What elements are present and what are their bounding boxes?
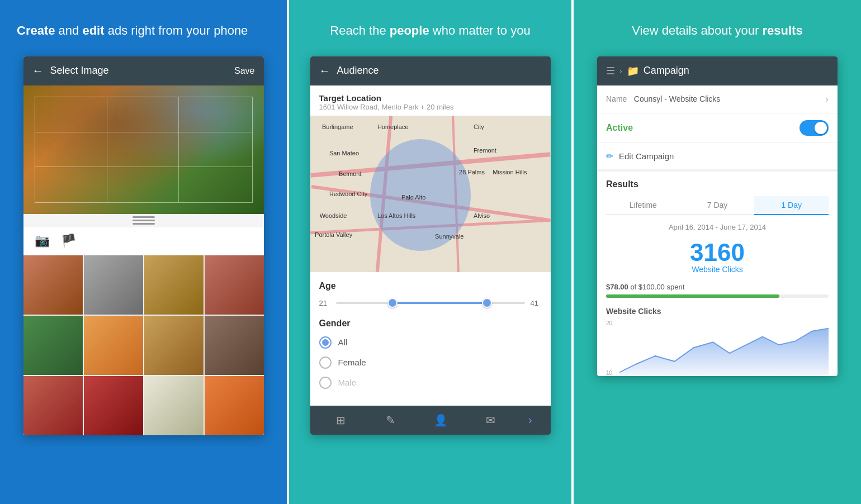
screen1-header: ← Select Image Save — [23, 56, 264, 85]
budget-row: $78.00 of $100.00 spent — [597, 283, 838, 298]
tab-lifetime[interactable]: Lifetime — [606, 196, 680, 215]
age-min-value: 21 — [319, 299, 330, 307]
panel3-headline: View details about your results — [590, 22, 844, 40]
list-item[interactable] — [23, 376, 83, 435]
list-item[interactable] — [205, 255, 264, 315]
radio-all-inner — [322, 339, 329, 346]
active-toggle[interactable] — [800, 120, 829, 136]
gender-option-all[interactable]: All — [319, 336, 542, 349]
chart-y-labels: 20 10 — [606, 320, 619, 376]
folder-icon: 📁 — [627, 65, 639, 77]
map-area[interactable]: Burlingame Homeplace San Mateo Belmont R… — [310, 116, 551, 272]
chart-y-label-bottom: 10 — [606, 370, 619, 376]
gender-male-label: Male — [338, 378, 357, 387]
map-label: Fremont — [474, 147, 496, 154]
gender-section-label: Gender — [319, 318, 542, 329]
age-section-label: Age — [319, 281, 542, 291]
audience-back-arrow[interactable]: ← — [319, 64, 330, 77]
list-item[interactable] — [84, 316, 143, 375]
map-background: Burlingame Homeplace San Mateo Belmont R… — [310, 116, 551, 272]
map-target-info: Target Location 1601 Willow Road, Menlo … — [310, 85, 551, 116]
camera-icon[interactable]: 📷 — [35, 234, 50, 248]
budget-total: $100.00 — [638, 283, 665, 291]
date-range: April 16, 2014 - June 17, 2014 — [606, 223, 829, 231]
audience-section: Age 21 41 Gender All Female — [310, 272, 551, 406]
back-arrow-icon[interactable]: ← — [32, 64, 44, 77]
person-nav-icon[interactable]: 👤 — [428, 408, 453, 432]
map-label: Belmont — [339, 170, 361, 177]
crop-overlay — [35, 97, 253, 203]
tab-7day[interactable]: 7 Day — [680, 196, 755, 215]
grid-nav-icon[interactable]: ⊞ — [328, 408, 353, 432]
phone-screen3: ☰ › 📁 Campaign Name Counsyl - Website Cl… — [597, 56, 838, 376]
screen3-header: ☰ › 📁 Campaign — [597, 56, 838, 85]
panel1: Create and edit ads right from your phon… — [0, 0, 287, 504]
budget-spent: $78.00 — [606, 283, 628, 291]
mail-nav-icon[interactable]: ✉ — [479, 408, 503, 432]
radio-male[interactable] — [319, 377, 332, 389]
radio-female[interactable] — [319, 356, 332, 369]
chart-y-label-top: 20 — [606, 320, 619, 326]
list-item[interactable] — [205, 376, 264, 435]
drag-handle[interactable] — [23, 214, 264, 227]
edit-nav-icon[interactable]: ✎ — [379, 408, 403, 432]
radio-all[interactable] — [319, 336, 332, 349]
budget-bar-fill — [606, 294, 779, 298]
campaign-chevron-icon[interactable]: › — [825, 93, 829, 105]
results-section: Results Lifetime 7 Day 1 Day April 16, 2… — [597, 172, 838, 274]
crop-line-h1 — [35, 132, 252, 132]
list-item[interactable] — [84, 255, 143, 315]
photo-grid — [23, 255, 264, 435]
active-row: Active — [597, 113, 838, 143]
map-label: Redwood City — [329, 191, 367, 197]
list-item[interactable] — [23, 316, 83, 375]
website-clicks-chart-title: Website Clicks — [606, 307, 829, 316]
results-big-number: 3160 — [606, 240, 829, 265]
age-slider-fill — [392, 302, 487, 304]
pencil-icon: ✏ — [606, 151, 613, 161]
save-button[interactable]: Save — [234, 66, 254, 76]
results-big-number-label: Website Clicks — [606, 265, 829, 274]
tab-1day[interactable]: 1 Day — [754, 196, 829, 215]
map-label: 28 Palms — [459, 169, 485, 175]
menu-icon[interactable]: ☰ — [606, 65, 615, 77]
audience-title: Audience — [337, 65, 379, 77]
age-thumb-right[interactable] — [482, 298, 492, 308]
list-item[interactable] — [144, 376, 204, 435]
list-item[interactable] — [84, 376, 143, 435]
campaign-name-value: Counsyl - Website Clicks — [634, 94, 721, 103]
gender-option-female[interactable]: Female — [319, 356, 542, 369]
list-item[interactable] — [144, 255, 204, 315]
breadcrumb-chevron-icon: › — [619, 66, 622, 75]
next-arrow-icon[interactable]: › — [528, 413, 532, 426]
bottom-nav: ⊞ ✎ 👤 ✉ › — [310, 406, 551, 435]
main-image-area — [23, 85, 264, 214]
list-item[interactable] — [144, 316, 204, 375]
screen2-header: ← Audience — [310, 56, 551, 85]
map-label: Homeplace — [377, 123, 409, 130]
campaign-name-left: Name Counsyl - Website Clicks — [606, 94, 720, 104]
map-label: Woodside — [320, 212, 347, 219]
crop-line-v2 — [178, 97, 179, 202]
source-icons-row: 📷 🏴 — [23, 227, 264, 255]
gallery-icon[interactable]: 🏴 — [61, 234, 76, 248]
panel2: Reach the people who matter to you ← Aud… — [287, 0, 574, 504]
edit-campaign-row[interactable]: ✏ Edit Campaign — [597, 143, 838, 172]
panel1-headline-bold2: edit — [82, 23, 104, 37]
website-clicks-section: Website Clicks 20 10 — [597, 307, 838, 376]
age-slider-track[interactable] — [336, 302, 525, 304]
results-title: Results — [606, 179, 829, 189]
panel1-headline: Create and edit ads right from your phon… — [17, 22, 270, 40]
gender-option-male[interactable]: Male — [319, 377, 542, 389]
panel3-headline-bold: results — [763, 23, 803, 37]
campaign-name-row: Name Counsyl - Website Clicks › — [597, 85, 838, 113]
phone-screen1: ← Select Image Save 📷 🏴 — [23, 56, 264, 435]
age-thumb-left[interactable] — [387, 298, 398, 308]
results-tabs: Lifetime 7 Day 1 Day — [606, 196, 829, 215]
list-item[interactable] — [205, 316, 264, 375]
panel1-headline-bold1: Create — [17, 23, 55, 37]
list-item[interactable] — [23, 255, 83, 315]
drag-lines-icon — [133, 220, 155, 221]
map-label: Mission Hills — [493, 169, 527, 175]
map-label: Sunnyvale — [435, 233, 463, 240]
